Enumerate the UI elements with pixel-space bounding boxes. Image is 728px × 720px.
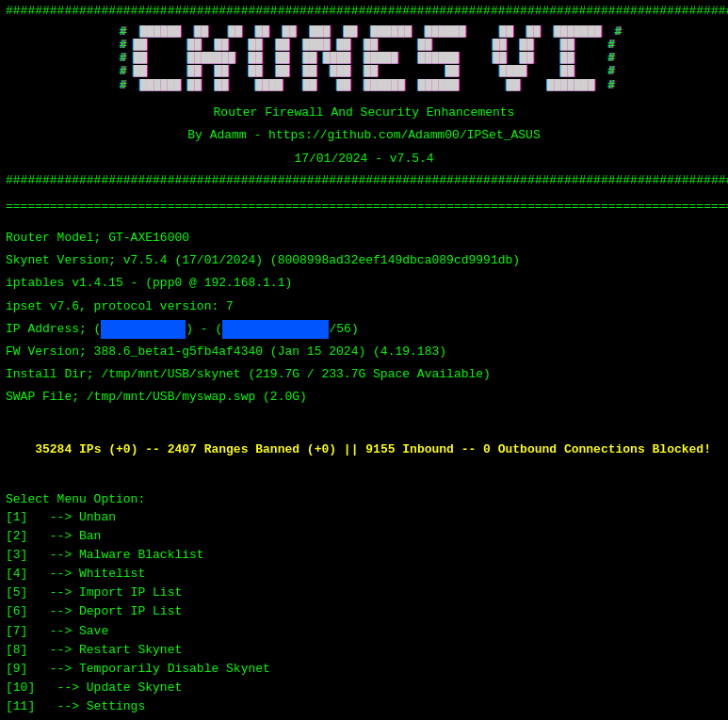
ip-end: /56) — [329, 320, 358, 339]
menu-item: [10] --> Update Skynet — [6, 679, 722, 697]
fw-version: FW Version; 388.6_beta1-g5fb4af4340 (Jan… — [6, 343, 722, 361]
install-dir: Install Dir; /tmp/mnt/USB/skynet (219.7G… — [6, 365, 722, 384]
menu-item: [8] --> Restart Skynet — [6, 641, 722, 660]
status-text: 35284 IPs (+0) -- 2407 Ranges Banned (+0… — [35, 442, 711, 456]
ip-hidden — [101, 320, 186, 339]
menu-item: [5] --> Import IP List — [6, 584, 722, 602]
ip-label: IP Address; ( — [6, 320, 101, 339]
top-border: ########################################… — [6, 4, 722, 20]
menu-list: [1] --> Unban[2] --> Ban[3] --> Malware … — [6, 508, 722, 720]
ip-mid: ) - ( — [186, 320, 222, 339]
divider-top: ========================================… — [6, 199, 722, 216]
info-block: Router Model; GT-AXE16000 Skynet Version… — [6, 229, 722, 407]
menu-item: [6] --> Deport IP List — [6, 602, 722, 621]
iptables-version: iptables v1.4.15 - (ppp0 @ 192.168.1.1) — [6, 274, 722, 293]
terminal: ########################################… — [0, 0, 728, 720]
ipset-version: ipset v7.6, protocol version: 7 — [6, 297, 722, 316]
ip-hidden2 — [222, 320, 329, 339]
bottom-border: ########################################… — [6, 173, 722, 189]
subtitle-line3: 17/01/2024 - v7.5.4 — [6, 150, 722, 169]
menu-title: Select Menu Option: — [6, 492, 722, 506]
menu-item: [11] --> Settings — [6, 697, 722, 716]
status-line: 35284 IPs (+0) -- 2407 Ranges Banned (+0… — [6, 422, 722, 477]
logo-art: # ██████ ██ ██ ██ ██ ███ ██ ██████ █████… — [106, 25, 622, 92]
menu-item: [1] --> Unban — [6, 508, 722, 527]
menu-item: [3] --> Malware Blacklist — [6, 546, 722, 565]
banner-frame: # ██████ ██ ██ ██ ██ ███ ██ ██████ █████… — [6, 20, 722, 173]
router-model: Router Model; GT-AXE16000 — [6, 229, 722, 248]
menu-item: [2] --> Ban — [6, 527, 722, 546]
ip-address-line: IP Address; ( ) - ( /56) — [6, 320, 722, 339]
menu-item: [9] --> Temporarily Disable Skynet — [6, 660, 722, 679]
skynet-version: Skynet Version; v7.5.4 (17/01/2024) (800… — [6, 251, 722, 270]
swap-file: SWAP File; /tmp/mnt/USB/myswap.swp (2.0G… — [6, 388, 722, 407]
subtitle-line2: By Adamm - https://github.com/Adamm00/IP… — [6, 126, 722, 146]
subtitle-line1: Router Firewall And Security Enhancement… — [6, 104, 722, 123]
menu-item: [4] --> Whitelist — [6, 565, 722, 584]
menu-item: [7] --> Save — [6, 622, 722, 641]
menu-item: [12] --> Debug Options — [6, 716, 722, 720]
